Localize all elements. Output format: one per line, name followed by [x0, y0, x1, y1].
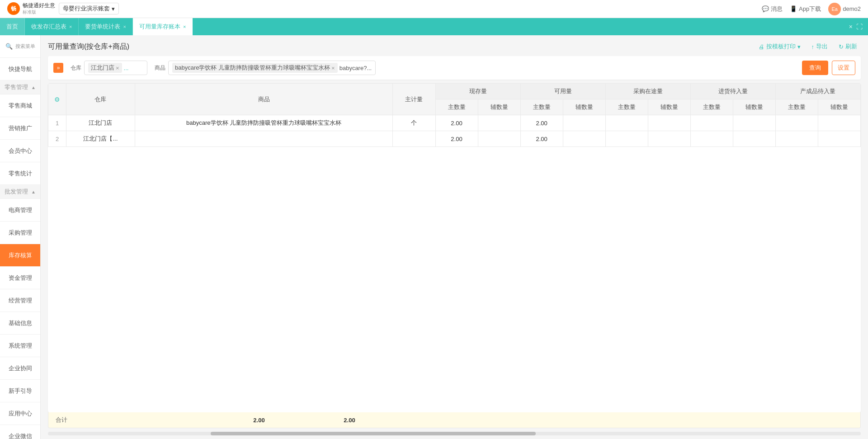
- logo-text: 畅捷通好生意: [23, 2, 55, 9]
- tab-receipt-summary[interactable]: 收发存汇总表 ×: [25, 18, 79, 35]
- sidebar-item-ops[interactable]: 经营管理: [0, 289, 40, 312]
- query-btn[interactable]: 查询: [802, 61, 828, 75]
- sidebar-item-quick-nav[interactable]: 快捷导航: [0, 58, 40, 80]
- sidebar-item-enterprise-wechat[interactable]: 企业微信: [0, 425, 40, 439]
- row-finished-aux-1: [818, 115, 860, 131]
- sidebar-item-finance[interactable]: 资金管理: [0, 267, 40, 289]
- app-download-action[interactable]: 📱 App下载: [790, 5, 821, 13]
- sidebar-item-app-center[interactable]: 应用中心: [0, 402, 40, 425]
- th-purchase-main: 主数量: [605, 99, 648, 115]
- sidebar-item-ecommerce[interactable]: 电商管理: [0, 199, 40, 222]
- table-area: ⚙ 仓库 商品 主计量 现存量 可用量 采购在途量 进货待入量 产成品待入量 主…: [48, 83, 861, 412]
- scroll-bar-area[interactable]: [48, 432, 861, 435]
- row-goods-aux-1: [733, 115, 775, 131]
- th-current-stock: 现存量: [435, 84, 520, 99]
- tab-inventory-close[interactable]: ×: [183, 24, 186, 29]
- product-tag-value: babycare学饮杯 儿童防摔防撞吸管杯重力球吸嘴杯宝宝水杯: [175, 64, 330, 72]
- sidebar-item-inventory[interactable]: 库存核算: [0, 244, 40, 267]
- basic-info-label: 基础信息: [9, 319, 32, 327]
- sidebar-item-member-center[interactable]: 会员中心: [0, 140, 40, 162]
- row-unit-2: [393, 131, 435, 147]
- row-product-1: babycare学饮杯 儿童防摔防撞吸管杯重力球吸嘴杯宝宝水杯: [135, 115, 393, 131]
- warehouse-tag-remove[interactable]: ×: [116, 65, 119, 71]
- ops-label: 经营管理: [9, 297, 32, 305]
- th-stock-main: 主数量: [435, 99, 478, 115]
- sidebar-item-new-guide[interactable]: 新手引导: [0, 380, 40, 402]
- sidebar-header-retail: 零售管理 ▲: [0, 80, 40, 94]
- template-print-label: 按模板打印: [766, 42, 796, 51]
- tab-order-stats[interactable]: 要货单统计表 ×: [79, 18, 132, 35]
- sidebar-search[interactable]: 🔍 搜索菜单: [0, 35, 40, 58]
- sidebar-item-retail-stats[interactable]: 零售统计: [0, 162, 40, 185]
- row-stock-main-2: 2.00: [435, 131, 478, 147]
- footer-stock-main: 2.00: [236, 417, 282, 424]
- sidebar-item-retail-mall[interactable]: 零售商城: [0, 94, 40, 117]
- retail-mall-label: 零售商城: [9, 102, 32, 110]
- th-goods-pending: 进货待入量: [690, 84, 775, 99]
- row-purchase-aux-2: [648, 131, 690, 147]
- avatar: Ea: [828, 3, 841, 15]
- warehouse-tag: 江北门店 ×: [88, 63, 122, 73]
- logo-icon: 畅: [7, 2, 20, 15]
- sidebar-item-system[interactable]: 系统管理: [0, 335, 40, 357]
- tab-home[interactable]: 首页: [0, 18, 25, 35]
- message-action[interactable]: 💬 消息: [762, 5, 783, 13]
- product-tag: babycare学饮杯 儿童防摔防撞吸管杯重力球吸嘴杯宝宝水杯 ×: [172, 63, 338, 73]
- sidebar-item-purchase[interactable]: 采购管理: [0, 222, 40, 244]
- tab-order-close[interactable]: ×: [123, 24, 126, 29]
- template-print-btn[interactable]: 🖨 按模板打印 ▾: [755, 41, 804, 52]
- gear-icon[interactable]: ⚙: [54, 96, 60, 103]
- user-action[interactable]: Ea demo2: [828, 3, 861, 15]
- row-warehouse-1: 江北门店: [66, 115, 135, 131]
- tab-inventory-label: 可用量库存账本: [139, 23, 180, 31]
- refresh-btn[interactable]: ↻ 刷新: [835, 41, 861, 52]
- chevron-icon: ▾: [797, 43, 801, 50]
- app-download-label: App下载: [799, 5, 821, 13]
- product-filter-input[interactable]: babycare学饮杯 儿童防摔防撞吸管杯重力球吸嘴杯宝宝水杯 × babyca…: [168, 61, 376, 75]
- warehouse-filter-input[interactable]: 江北门店 × ...: [84, 61, 147, 75]
- export-label: 导出: [816, 42, 828, 51]
- sidebar-item-marketing[interactable]: 营销推广: [0, 117, 40, 140]
- sidebar-item-basic-info[interactable]: 基础信息: [0, 312, 40, 335]
- tab-available-inventory[interactable]: 可用量库存账本 ×: [133, 18, 193, 35]
- expand-icon[interactable]: ⛶: [856, 23, 863, 30]
- tab-receipt-close[interactable]: ×: [69, 24, 72, 29]
- row-purchase-main-1: [605, 115, 648, 131]
- app-center-label: 应用中心: [9, 410, 32, 418]
- page-header: 可用量查询(按仓库+商品) 🖨 按模板打印 ▾ ↑ 导出 ↻ 刷新: [41, 35, 868, 56]
- th-stock-aux: 辅数量: [478, 99, 520, 115]
- top-bar-left: 畅 畅捷通好生意 标准版 母婴行业演示账套 ▾: [7, 2, 119, 15]
- purchase-label: 采购管理: [9, 229, 32, 237]
- message-icon: 💬: [762, 5, 769, 12]
- row-avail-aux-1: [563, 115, 605, 131]
- warehouse-ellipsis: ...: [124, 65, 129, 71]
- th-finished-pending: 产成品待入量: [775, 84, 860, 99]
- row-goods-aux-2: [733, 131, 775, 147]
- table-row: 1 江北门店 babycare学饮杯 儿童防摔防撞吸管杯重力球吸嘴杯宝宝水杯 个…: [48, 115, 861, 131]
- top-bar-right: 💬 消息 📱 App下载 Ea demo2: [762, 3, 861, 15]
- scroll-bar-thumb[interactable]: [211, 432, 536, 435]
- row-goods-main-2: [690, 131, 733, 147]
- sidebar-item-enterprise-coop[interactable]: 企业协同: [0, 357, 40, 380]
- th-avail-aux: 辅数量: [563, 99, 605, 115]
- close-all-icon[interactable]: ×: [849, 23, 853, 30]
- footer-avail-main: 2.00: [327, 417, 372, 424]
- export-btn[interactable]: ↑ 导出: [808, 41, 832, 52]
- row-warehouse-2: 江北门店【...: [66, 131, 135, 147]
- new-guide-label: 新手引导: [9, 387, 32, 395]
- settings-btn[interactable]: 设置: [832, 61, 855, 75]
- row-purchase-aux-1: [648, 115, 690, 131]
- row-num-1: 1: [48, 115, 66, 131]
- filter-expand-btn[interactable]: »: [53, 63, 63, 73]
- row-num-2: 2: [48, 131, 66, 147]
- product-tag-remove[interactable]: ×: [331, 65, 335, 71]
- tab-receipt-label: 收发存汇总表: [31, 23, 66, 31]
- retail-mgmt-label: 零售管理: [5, 83, 28, 91]
- industry-label: 母婴行业演示账套: [63, 5, 110, 13]
- row-finished-aux-2: [818, 131, 860, 147]
- th-finished-main: 主数量: [775, 99, 818, 115]
- refresh-label: 刷新: [845, 42, 857, 51]
- nav-tabs: 首页 收发存汇总表 × 要货单统计表 × 可用量库存账本 × × ⛶: [0, 18, 868, 35]
- industry-selector[interactable]: 母婴行业演示账套 ▾: [59, 3, 119, 14]
- table-footer: 合计 2.00 2.00: [48, 412, 861, 428]
